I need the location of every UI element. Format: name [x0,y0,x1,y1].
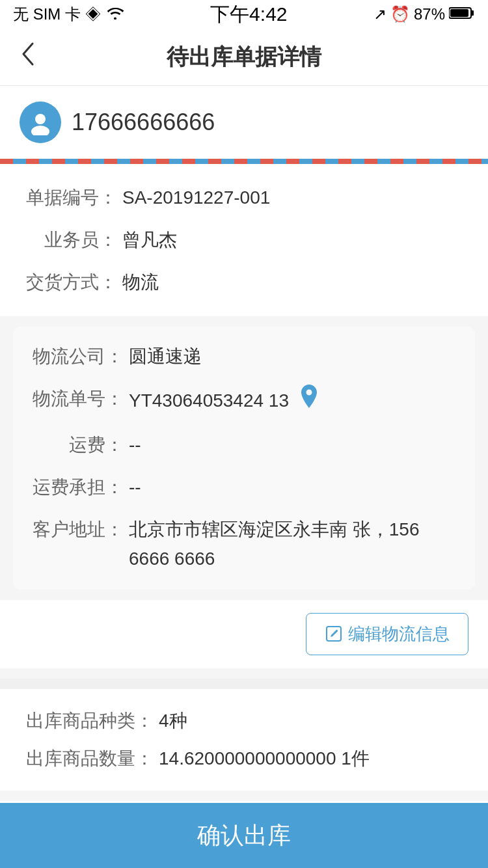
address-row: 客户地址： 北京市市辖区海淀区永丰南 张，156 6666 6666 [33,515,455,574]
user-header: 17666666666 [0,86,488,159]
edit-btn-container: 编辑物流信息 [0,600,488,668]
user-phone: 17666666666 [72,109,215,136]
order-info-section: 单据编号： SA-20191227-001 业务员： 曾凡杰 交货方式： 物流 [0,164,488,316]
order-number-row: 单据编号： SA-20191227-001 [26,183,462,213]
tracking-number-row: 物流单号： YT43064053424 13 [33,385,455,418]
sales-person-value: 曾凡杰 [122,226,462,255]
freight-bear-label: 运费承担： [33,473,124,502]
freight-row: 运费： -- [33,431,455,460]
battery-percent: 87% [414,5,445,23]
goods-types-value: 4种 [159,709,462,733]
delivery-method-label: 交货方式： [26,268,117,297]
time-display: 下午4:42 [210,1,287,28]
svg-point-3 [35,114,46,124]
address-label: 客户地址： [33,515,124,545]
svg-point-4 [31,126,49,135]
alarm-icon: ⏰ [390,5,410,23]
logistics-company-label: 物流公司： [33,342,124,372]
location-pin-icon[interactable] [299,385,319,418]
sales-person-row: 业务员： 曾凡杰 [26,226,462,255]
status-right: ↗ ⏰ 87% [373,5,475,23]
logistics-company-value: 圆通速递 [129,342,455,372]
back-button[interactable] [20,41,35,73]
status-bar: 无 SIM 卡 ◈ 下午4:42 ↗ ⏰ 87% [0,0,488,29]
svg-rect-2 [450,9,468,17]
goods-quantity-value: 14.620000000000000 1件 [159,746,462,771]
wifi-icon [106,5,124,23]
logistics-card: 物流公司： 圆通速递 物流单号： YT43064053424 13 运费： --… [13,327,475,589]
goods-section: 出库商品种类： 4种 出库商品数量： 14.620000000000000 1件 [0,689,488,791]
location-status-icon: ↗ [373,5,386,23]
svg-rect-1 [471,10,474,16]
tracking-number-label: 物流单号： [33,385,124,414]
avatar [20,102,61,143]
goods-types-row: 出库商品种类： 4种 [26,709,462,733]
nav-bar: 待出库单据详情 [0,29,488,86]
freight-bear-row: 运费承担： -- [33,473,455,502]
freight-value: -- [129,431,455,460]
edit-logistics-label: 编辑物流信息 [348,623,450,645]
page-title: 待出库单据详情 [167,42,321,72]
freight-bear-value: -- [129,473,455,502]
edit-logistics-button[interactable]: 编辑物流信息 [306,613,468,655]
confirm-button-label: 确认出库 [197,820,291,852]
goods-quantity-row: 出库商品数量： 14.620000000000000 1件 [26,746,462,771]
sim-status: 无 SIM 卡 ◈ [13,4,101,25]
order-number-label: 单据编号： [26,183,117,213]
goods-quantity-label: 出库商品数量： [26,746,154,771]
logistics-company-row: 物流公司： 圆通速递 [33,342,455,372]
order-number-value: SA-20191227-001 [122,183,462,213]
freight-label: 运费： [33,431,124,460]
dashed-divider [0,159,488,164]
tracking-number-value: YT43064053424 13 [129,385,455,418]
sales-person-label: 业务员： [26,226,117,255]
section-divider [0,679,488,689]
address-value: 北京市市辖区海淀区永丰南 张，156 6666 6666 [129,515,455,574]
confirm-button-bar[interactable]: 确认出库 [0,803,488,868]
goods-types-label: 出库商品种类： [26,709,154,733]
battery-icon [449,5,475,23]
status-left: 无 SIM 卡 ◈ [13,4,124,25]
delivery-method-value: 物流 [122,268,462,297]
delivery-method-row: 交货方式： 物流 [26,268,462,297]
